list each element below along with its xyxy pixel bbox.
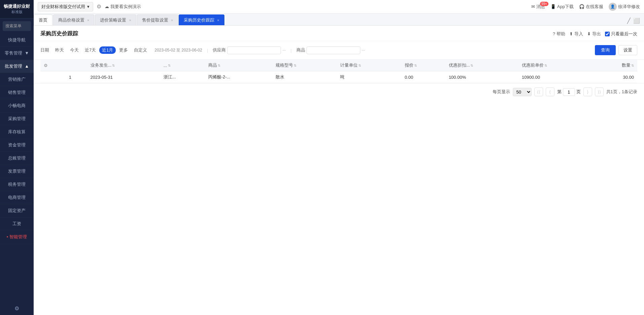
user-name: 徐泽华修改 <box>618 4 640 10</box>
th-price[interactable]: 报价 ⇅ <box>401 60 445 71</box>
sidebar-item-finance[interactable]: 资金管理 <box>0 139 34 152</box>
sidebar-item-assets[interactable]: 固定资产 <box>0 204 34 217</box>
sidebar-item-marketing[interactable]: 营销推广 <box>0 73 34 86</box>
sidebar-item-invoice[interactable]: 发票管理 <box>0 165 34 178</box>
th-unit[interactable]: 计量单位 ⇅ <box>337 60 401 71</box>
th-date[interactable]: 业务发生... ⇅ <box>87 60 160 71</box>
filter-row: 日期 昨天 今天 近7天 近1月 更多 自定义 2023-05-02 至 202… <box>40 45 637 55</box>
th-dots[interactable]: ... ⇅ <box>160 60 205 71</box>
sidebar-bottom: ⚙ <box>0 302 34 315</box>
date-btn-yesterday[interactable]: 昨天 <box>52 46 67 54</box>
sidebar-item-ecommerce[interactable]: 电商管理 <box>0 191 34 204</box>
export-icon: ⬇ <box>587 31 591 36</box>
sidebar-item-ecommerce-small[interactable]: 小畅电商 <box>0 99 34 112</box>
cell-quantity: 30.00 <box>593 71 637 83</box>
sidebar-item-tax[interactable]: 税务管理 <box>0 178 34 191</box>
tabs-bar: 首页 商品价格设置 × 进价策略设置 × 售价提取设置 × 采购历史价跟踪 × … <box>34 13 644 26</box>
sort-spec-icon: ⇅ <box>294 64 296 67</box>
topbar: 好业财标准版交付试用 ▾ ⚙ ☁ 我要看实例演示 ✉ 消息 99+ 📱 App下… <box>34 0 644 13</box>
sidebar-item-salary[interactable]: 工资 <box>0 217 34 231</box>
latest-only-checkbox[interactable] <box>605 32 610 36</box>
page-suffix-label: 页 <box>576 89 581 95</box>
pagination: 每页显示 50 10 20 100 ⟨⟨ ⟨ 第 页 ⟩ ⟩⟩ 共1页，1条记录 <box>34 83 644 100</box>
tab-purchase-strategy-close-icon[interactable]: × <box>129 18 131 22</box>
sidebar-item-wholesale[interactable]: 批发管理 ▲ <box>0 60 34 73</box>
search-menu-button[interactable]: 搜索菜单 <box>3 21 31 31</box>
th-product[interactable]: 商品 ⇅ <box>205 60 273 71</box>
sidebar-item-smart[interactable]: ● 智能管理 <box>0 231 34 244</box>
th-discount[interactable]: 优惠折扣... ⇅ <box>445 60 518 71</box>
tab-home[interactable]: 首页 <box>34 14 52 25</box>
page-title: 采购历史价跟踪 <box>40 30 78 37</box>
page-input[interactable] <box>563 88 575 96</box>
date-btn-today[interactable]: 今天 <box>67 46 81 54</box>
app-download-button[interactable]: 📱 App下载 <box>550 4 574 10</box>
pagination-first-button[interactable]: ⟨⟨ <box>534 88 543 96</box>
online-service-button[interactable]: 🎧 在线客服 <box>579 4 603 10</box>
import-link[interactable]: ⬆ 导入 <box>569 31 583 37</box>
cell-product: 丙烯酸-2-... <box>205 71 273 83</box>
tab-purchase-history[interactable]: 采购历史价跟踪 × <box>179 14 224 25</box>
pagination-last-button[interactable]: ⟩⟩ <box>595 88 604 96</box>
gear-icon[interactable]: ⚙ <box>14 306 19 311</box>
table-header-row: ⚙ 业务发生... ⇅ ... ⇅ <box>40 60 637 71</box>
product-input[interactable] <box>307 46 360 54</box>
th-pre-discount-price[interactable]: 优惠前单价 ⇅ <box>518 60 593 71</box>
retail-arrow-icon: ▼ <box>25 50 29 56</box>
tab-price-label: 商品价格设置 <box>58 17 84 23</box>
pagination-info: 共1页，1条记录 <box>606 89 637 95</box>
sidebar-logo: 畅捷通好业财 标准版 <box>0 0 34 19</box>
sidebar-item-purchase[interactable]: 采购管理 <box>0 112 34 126</box>
user-menu[interactable]: 👤 徐泽华修改 <box>609 3 640 11</box>
supplier-input[interactable] <box>227 46 281 54</box>
topbar-right: ✉ 消息 99+ 📱 App下载 🎧 在线客服 👤 徐泽华修改 <box>531 3 640 11</box>
tab-sale-price-label: 售价提取设置 <box>142 17 168 23</box>
pagination-prev-button[interactable]: ⟨ <box>546 88 554 96</box>
help-icon: ? <box>553 31 555 36</box>
date-btn-more[interactable]: 更多 <box>116 46 131 54</box>
th-num <box>66 60 87 71</box>
app-download-label: App下载 <box>557 4 574 10</box>
date-btn-custom[interactable]: 自定义 <box>131 46 150 54</box>
demo-button[interactable]: ☁ 我要看实例演示 <box>105 4 141 10</box>
tab-collapse-button[interactable]: ╱ <box>626 16 632 25</box>
version-selector[interactable]: 好业财标准版交付试用 ▾ <box>38 2 93 11</box>
sidebar-search-section: 搜索菜单 <box>0 19 34 34</box>
tab-sale-price-close-icon[interactable]: × <box>171 18 173 22</box>
supplier-field: 供应商 ··· <box>213 46 286 54</box>
latest-only-checkbox-label[interactable]: 只看最后一次 <box>605 31 637 37</box>
product-dots[interactable]: ··· <box>362 48 365 53</box>
per-page-select[interactable]: 50 10 20 100 <box>513 88 532 96</box>
avatar: 👤 <box>609 3 617 11</box>
sidebar-item-stock[interactable]: 库存核算 <box>0 126 34 139</box>
pagination-next-button[interactable]: ⟩ <box>583 88 592 96</box>
sort-product-icon: ⇅ <box>218 64 220 67</box>
tab-purchase-strategy-label: 进价策略设置 <box>100 17 126 23</box>
sidebar-item-retail[interactable]: 零售管理 ▼ <box>0 47 34 60</box>
date-btn-1month[interactable]: 近1月 <box>99 46 116 54</box>
settings-icon[interactable]: ⚙ <box>97 3 101 10</box>
tab-price[interactable]: 商品价格设置 × <box>53 14 94 25</box>
supplier-dots[interactable]: ··· <box>282 48 286 53</box>
headset-icon: 🎧 <box>579 4 584 9</box>
tab-price-close-icon[interactable]: × <box>87 18 89 22</box>
tab-expand-button[interactable]: ⬜ <box>632 16 641 25</box>
setting-button[interactable]: 设置 <box>618 45 637 55</box>
th-quantity[interactable]: 数量 ⇅ <box>593 60 637 71</box>
tab-purchase-history-close-icon[interactable]: × <box>217 18 219 22</box>
data-table: ⚙ 业务发生... ⇅ ... ⇅ <box>40 60 637 83</box>
th-gear[interactable]: ⚙ <box>40 60 66 71</box>
tab-sale-price[interactable]: 售价提取设置 × <box>137 14 178 25</box>
th-spec[interactable]: 规格型号 ⇅ <box>272 60 337 71</box>
query-button[interactable]: 查询 <box>595 45 616 55</box>
date-btn-7days[interactable]: 近7天 <box>82 46 99 54</box>
help-link[interactable]: ? 帮助 <box>553 31 565 37</box>
sidebar-item-quicknav[interactable]: 快捷导航 <box>0 34 34 47</box>
export-link[interactable]: ⬇ 导出 <box>587 31 601 37</box>
tab-purchase-strategy[interactable]: 进价策略设置 × <box>95 14 136 25</box>
phone-icon: 📱 <box>550 4 556 9</box>
message-button[interactable]: ✉ 消息 99+ <box>531 4 545 10</box>
demo-label: 我要看实例演示 <box>110 4 141 10</box>
sidebar-item-sales[interactable]: 销售管理 <box>0 86 34 99</box>
sidebar-item-general-ledger[interactable]: 总账管理 <box>0 152 34 165</box>
